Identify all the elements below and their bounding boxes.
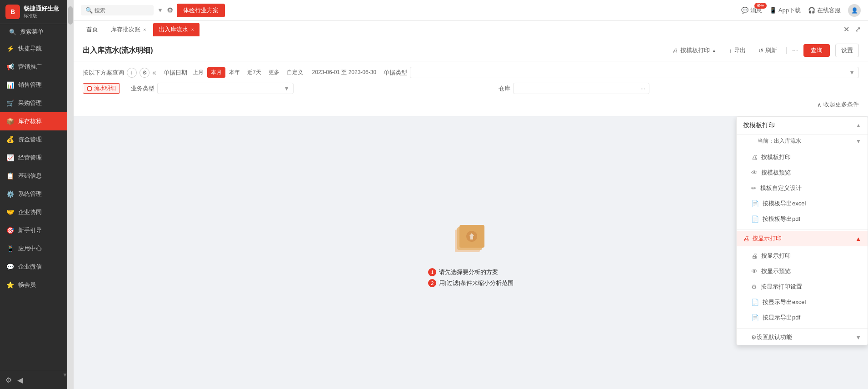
business-type-arrow: ▼	[284, 85, 289, 92]
sidebar-scrollbar[interactable]: ▼	[67, 0, 74, 389]
message-badge: 99+	[754, 3, 767, 9]
export-btn[interactable]: ↑ 导出	[725, 45, 749, 56]
industry-btn[interactable]: 体验行业方案	[177, 4, 225, 17]
sidebar-item-purchase[interactable]: 🛒 采购管理	[0, 94, 67, 112]
more-actions-icon[interactable]: ···	[792, 46, 798, 55]
sidebar-item-inventory[interactable]: 📦 库存核算	[0, 112, 67, 130]
filter-collapse-btn[interactable]: «	[152, 69, 156, 77]
business-type-select[interactable]: ▼	[157, 83, 294, 94]
sidebar-item-basic[interactable]: 📋 基础信息	[0, 167, 67, 185]
sidebar-item-system[interactable]: ⚙️ 系统管理	[0, 185, 67, 203]
display-excel-icon: 📄	[751, 299, 759, 306]
messages-action[interactable]: 💬 消息 99+	[741, 6, 762, 15]
sidebar-item-member[interactable]: ⭐ 畅会员	[0, 276, 67, 294]
topbar-settings-icon[interactable]: ⚙	[167, 6, 173, 15]
dropdown-display-title: 🖨 按显示打印	[743, 234, 782, 243]
stream-tag[interactable]: 流水明细	[83, 83, 120, 94]
dropdown-display-header[interactable]: 🖨 按显示打印 ▲	[737, 231, 868, 246]
sidebar-item-operations[interactable]: 📈 经营管理	[0, 149, 67, 167]
sidebar-nav: ⚡ 快捷导航 📢 营销推广 📊 销售管理 🛒 采购管理 📦 库存核算 💰	[0, 40, 67, 371]
date-option-this-year[interactable]: 本年	[225, 67, 244, 78]
top-bar-search-input[interactable]	[95, 7, 149, 14]
purchase-icon: 🛒	[5, 99, 15, 108]
filter-add-btn[interactable]: +	[127, 68, 137, 78]
date-option-last-month[interactable]: 上月	[189, 67, 207, 78]
top-bar: 🔍 ▼ ⚙ 体验行业方案 💬 消息 99+ 📱 App下载 🎧	[74, 0, 868, 21]
doc-type-select[interactable]: ▼	[410, 67, 859, 78]
template-preview-icon: 👁	[751, 169, 758, 176]
content-area: 1 请先选择要分析的方案 2 用[过滤]条件来缩小分析范围 按模板打印 ▲	[74, 116, 868, 389]
settings-btn[interactable]: 设置	[835, 44, 859, 57]
page-actions: 🖨 按模板打印 ▲ ↑ 导出 ↺ 刷新 ··· 查询 设置	[669, 44, 859, 57]
sidebar-search[interactable]: 🔍 搜索菜单	[0, 24, 67, 40]
phone-icon: 📱	[769, 7, 777, 14]
customer-service-action[interactable]: 🎧 在线客服	[808, 6, 841, 15]
query-btn[interactable]: 查询	[803, 44, 830, 57]
sidebar: B 畅捷通好生意 标准版 🔍 搜索菜单 ⚡ 快捷导航 📢 营销推广 📊 销售管理	[0, 0, 67, 389]
tab-close-all[interactable]: ✕	[843, 25, 849, 34]
stream-tag-container: 流水明细	[83, 83, 120, 94]
message-icon: 💬	[741, 7, 748, 14]
sidebar-item-finance[interactable]: 💰 资金管理	[0, 130, 67, 149]
dropdown-template-preview[interactable]: 👁 按模板预览	[737, 165, 868, 180]
dropdown-template-export-pdf[interactable]: 📄 按模板导出pdf	[737, 211, 868, 227]
refresh-btn[interactable]: ↺ 刷新	[755, 45, 781, 56]
display-print-icon: 🖨	[751, 252, 758, 259]
page-title: 出入库流水(流水明细)	[83, 46, 153, 55]
sidebar-item-app-center[interactable]: 📱 应用中心	[0, 239, 67, 258]
sidebar-collapse-icon[interactable]: ◀	[17, 376, 23, 384]
tab-batch-account-close[interactable]: ×	[143, 27, 146, 32]
dropdown-display-settings[interactable]: ⚙ 按显示打印设置	[737, 279, 868, 294]
sidebar-item-marketing[interactable]: 📢 营销推广	[0, 58, 67, 76]
quick-nav-icon: ⚡	[5, 44, 15, 53]
dropdown-display-export-excel[interactable]: 📄 按显示导出excel	[737, 294, 868, 310]
headset-icon: 🎧	[808, 7, 815, 14]
sidebar-item-guide[interactable]: 🎯 新手引导	[0, 221, 67, 239]
tab-home[interactable]: 首页	[81, 23, 104, 36]
date-option-this-month[interactable]: 本月	[207, 67, 225, 78]
tab-maximize[interactable]: ⤢	[855, 25, 861, 34]
sidebar-settings-icon[interactable]: ⚙	[5, 376, 12, 384]
stream-tag-circle-icon	[87, 86, 92, 91]
dropdown-header: 按模板打印 ▲	[737, 117, 868, 135]
marketing-icon: 📢	[5, 62, 15, 71]
doc-type-filter: 单据类型 ▼	[384, 67, 859, 78]
current-arrow-icon: ▼	[856, 138, 861, 145]
sidebar-item-sales[interactable]: 📊 销售管理	[0, 76, 67, 94]
dropdown-display-preview[interactable]: 👁 按显示预览	[737, 264, 868, 279]
dropdown-footer[interactable]: ⚙ 设置默认功能 ▼	[737, 329, 868, 345]
filter-row-1: 按以下方案查询 + ⚙ « 单据日期 上月 本月 本年 近7天 更多 自定义	[83, 67, 859, 78]
sidebar-item-quick-nav[interactable]: ⚡ 快捷导航	[0, 40, 67, 58]
date-option-custom[interactable]: 自定义	[283, 67, 307, 78]
warehouse-select[interactable]: ···	[513, 83, 649, 94]
date-option-more[interactable]: 更多	[265, 67, 283, 78]
template-print-btn[interactable]: 🖨 按模板打印 ▲	[669, 45, 720, 56]
dropdown-display-export-pdf[interactable]: 📄 按显示导出pdf	[737, 310, 868, 325]
step-2-num: 2	[428, 279, 436, 287]
date-option-7days[interactable]: 近7天	[244, 67, 265, 78]
tab-in-out-flow-close[interactable]: ×	[191, 27, 194, 32]
user-avatar[interactable]: 👤	[848, 4, 861, 17]
dropdown-template-export-excel[interactable]: 📄 按模板导出excel	[737, 196, 868, 211]
sidebar-scroll-down[interactable]: ▼	[62, 372, 68, 378]
dropdown-close-arrow[interactable]: ▲	[856, 122, 861, 129]
filter-area: 按以下方案查询 + ⚙ « 单据日期 上月 本月 本年 近7天 更多 自定义	[74, 61, 868, 116]
collapse-row: ∧ 收起更多条件	[83, 99, 859, 110]
dropdown-display-print[interactable]: 🖨 按显示打印	[737, 248, 868, 264]
dropdown-template-print[interactable]: 🖨 按模板打印	[737, 150, 868, 165]
app-download-action[interactable]: 📱 App下载	[769, 6, 801, 15]
display-section-collapse-icon: ▲	[855, 235, 861, 242]
doc-type-label: 单据类型	[384, 69, 407, 77]
warehouse-filter: 仓库 ···	[499, 83, 859, 94]
dropdown-template-custom[interactable]: ✏ 模板自定义设计	[737, 180, 868, 196]
sidebar-item-wechat[interactable]: 💬 企业微信	[0, 258, 67, 276]
warehouse-label: 仓库	[499, 85, 510, 93]
sidebar-item-enterprise[interactable]: 🤝 企业协同	[0, 203, 67, 221]
filter-settings-btn[interactable]: ⚙	[140, 68, 150, 78]
basic-icon: 📋	[5, 171, 15, 180]
dropdown-arrow-icon[interactable]: ▼	[157, 7, 163, 14]
collapse-more-btn[interactable]: ∧ 收起更多条件	[817, 100, 859, 109]
tab-batch-account[interactable]: 库存批次账 ×	[105, 23, 151, 36]
display-pdf-icon: 📄	[751, 314, 759, 321]
tab-in-out-flow[interactable]: 出入库流水 ×	[153, 23, 199, 36]
